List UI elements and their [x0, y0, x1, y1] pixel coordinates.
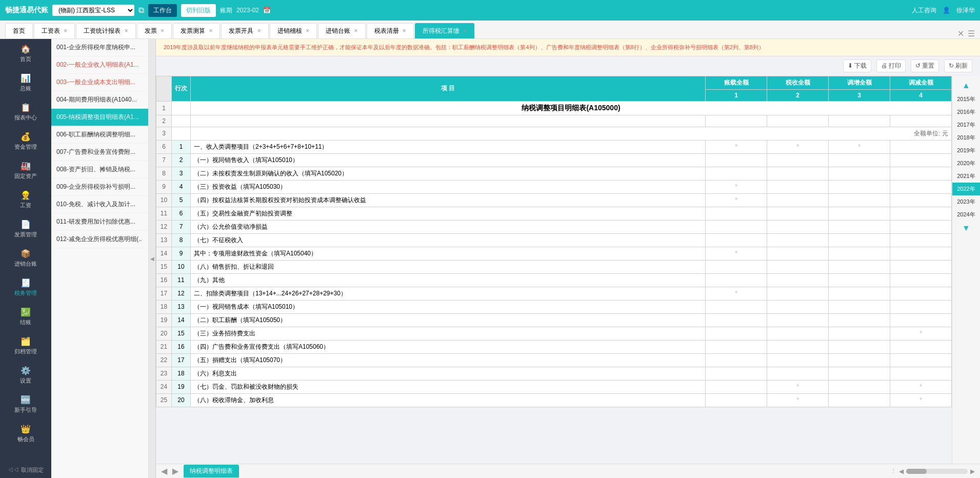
row-col2[interactable]	[767, 273, 829, 287]
row-col2[interactable]	[767, 180, 829, 193]
next-sheet-icon[interactable]: ▶	[172, 466, 178, 476]
download-button[interactable]: ⬇ 下载	[843, 59, 871, 72]
row-item[interactable]: （六）公允价值变动净损益	[191, 220, 706, 233]
row-col1[interactable]	[706, 353, 767, 367]
row-item[interactable]: 二、扣除类调整项目（13+14+...24+26+27+28+29+30）	[191, 287, 706, 300]
row-col1[interactable]	[706, 233, 767, 247]
left-panel-item-012[interactable]: 012-减免企业所得税优惠明细(..	[51, 231, 148, 248]
table-row[interactable]: 19 14 （二）职工薪酬（填写A105050）	[156, 313, 952, 327]
row-col3[interactable]	[829, 180, 890, 193]
sidebar-item-vip[interactable]: 👑 畅会员	[0, 419, 51, 448]
refresh-button[interactable]: ↻ 刷新	[944, 59, 972, 72]
row-col2[interactable]: *	[767, 380, 829, 393]
close-tab-income-tax[interactable]: ×	[463, 27, 467, 34]
table-row[interactable]: 6 1 一、收入类调整项目（2+3+4+5+6+7+8+10+11） * * *	[156, 140, 952, 153]
row-col4[interactable]	[890, 233, 952, 247]
left-panel-item-011[interactable]: 011-研发费用加计扣除优惠...	[51, 213, 148, 231]
left-panel-item-008[interactable]: 008-资产折旧、摊销及纳税...	[51, 161, 148, 178]
year-2023[interactable]: 2023年	[952, 195, 980, 208]
year-up-icon[interactable]: ▲	[959, 78, 973, 93]
row-item[interactable]: （三）业务招待费支出	[191, 327, 706, 340]
row-col3[interactable]	[829, 247, 890, 260]
sidebar-item-archive[interactable]: 🗂️ 归档管理	[0, 331, 51, 361]
year-2017[interactable]: 2017年	[952, 118, 980, 131]
sidebar-item-invoice-mgmt[interactable]: 📄 发票管理	[0, 214, 51, 244]
sidebar-item-close[interactable]: 💹 结账	[0, 302, 51, 331]
row-col3[interactable]	[829, 340, 890, 353]
row-col3[interactable]	[829, 313, 890, 327]
row-col2[interactable]	[767, 340, 829, 353]
row-item[interactable]: （七）不征税收入	[191, 233, 706, 247]
row-col2[interactable]: *	[767, 393, 829, 407]
row-col3[interactable]	[829, 327, 890, 340]
sidebar-item-report[interactable]: 📋 报表中心	[0, 97, 51, 127]
row-col2[interactable]	[767, 220, 829, 233]
tab-tax-list[interactable]: 税表清册 ×	[367, 23, 414, 38]
row-col2[interactable]	[767, 153, 829, 167]
sidebar-item-payroll[interactable]: 👷 工资	[0, 185, 51, 214]
row-col3[interactable]	[829, 273, 890, 287]
row-col1[interactable]	[706, 340, 767, 353]
close-tab-purchase-check[interactable]: ×	[306, 27, 309, 34]
row-col3[interactable]	[829, 220, 890, 233]
sidebar-item-fund[interactable]: 💰 资金管理	[0, 127, 51, 156]
row-col3[interactable]	[829, 260, 890, 273]
tab-income-tax[interactable]: 所得税汇算缴 ×	[415, 23, 474, 38]
row-col1[interactable]	[706, 273, 767, 287]
table-row[interactable]: 18 13 （一）视同销售成本（填写A105010）	[156, 300, 952, 313]
row-col3[interactable]	[829, 380, 890, 393]
row-col1[interactable]	[706, 220, 767, 233]
row-item[interactable]: 其中：专项用途财政性资金（填写A105040）	[191, 247, 706, 260]
table-row[interactable]: 14 9 其中：专项用途财政性资金（填写A105040） *	[156, 247, 952, 260]
tab-payroll[interactable]: 工资表 ×	[34, 23, 75, 38]
row-col3[interactable]	[829, 353, 890, 367]
row-col1[interactable]: *	[706, 140, 767, 153]
tab-invoice-calc[interactable]: 发票测算 ×	[173, 23, 220, 38]
left-panel-item-010[interactable]: 010-免税、减计收入及加计...	[51, 196, 148, 213]
left-panel-item-006[interactable]: 006-职工薪酬纳税调整明细...	[51, 126, 148, 144]
year-2020[interactable]: 2020年	[952, 157, 980, 170]
row-col2[interactable]	[767, 207, 829, 220]
row-col2[interactable]	[767, 167, 829, 180]
row-col1[interactable]	[706, 300, 767, 313]
sidebar-item-guide[interactable]: 🆕 新手引导	[0, 390, 51, 419]
row-col4[interactable]	[890, 220, 952, 233]
row-col2[interactable]	[767, 247, 829, 260]
year-2019[interactable]: 2019年	[952, 144, 980, 157]
row-item[interactable]: （一）视同销售收入（填写A105010）	[191, 153, 706, 167]
year-2015[interactable]: 2015年	[952, 93, 980, 106]
row-col3[interactable]	[829, 207, 890, 220]
left-panel-item-001[interactable]: 001-企业所得税年度纳税申...	[51, 39, 148, 56]
row-item[interactable]: （四）按权益法核算长期股权投资对初始投资成本调整确认收益	[191, 193, 706, 207]
sidebar-item-settings[interactable]: ⚙️ 设置	[0, 361, 51, 390]
table-row[interactable]: 9 4 （三）投资收益（填写A105030） *	[156, 180, 952, 193]
row-col2[interactable]	[767, 193, 829, 207]
left-panel-item-009[interactable]: 009-企业所得税弥补亏损明...	[51, 178, 148, 196]
row-col4[interactable]	[890, 193, 952, 207]
row-col2[interactable]	[767, 300, 829, 313]
table-row[interactable]: 11 6 （五）交易性金融资产初始投资调整	[156, 207, 952, 220]
close-tab-invoice-open[interactable]: ×	[257, 27, 261, 34]
sidebar-item-home[interactable]: 🏠 首页	[0, 39, 51, 68]
row-item[interactable]: 一、收入类调整项目（2+3+4+5+6+7+8+10+11）	[191, 140, 706, 153]
row-col2[interactable]	[767, 367, 829, 380]
year-2022[interactable]: 2022年	[952, 183, 980, 195]
sidebar-item-ledger[interactable]: 📊 总账	[0, 68, 51, 97]
print-button[interactable]: 🖨 打印	[876, 59, 906, 72]
user-avatar[interactable]: 👤	[943, 7, 950, 14]
table-row[interactable]: 15 10 （八）销售折扣、折让和退回	[156, 260, 952, 273]
back-button[interactable]: 切到旧版	[181, 4, 216, 17]
row-col3[interactable]	[829, 233, 890, 247]
tab-purchase-check[interactable]: 进销稽核 ×	[270, 23, 317, 38]
table-row[interactable]: 16 11 （九）其他	[156, 273, 952, 287]
table-row[interactable]: 24 19 （七）罚金、罚款和被没收财物的损失 * *	[156, 380, 952, 393]
sidebar-item-sales[interactable]: 📦 进销台账	[0, 244, 51, 273]
panel-collapse-handle[interactable]: ◀	[149, 39, 156, 478]
row-col3[interactable]	[829, 167, 890, 180]
row-col4[interactable]	[890, 140, 952, 153]
row-col4[interactable]: *	[890, 327, 952, 340]
left-panel-item-007[interactable]: 007-广告费和业务宣传费附...	[51, 144, 148, 161]
row-col3[interactable]	[829, 153, 890, 167]
table-row[interactable]: 13 8 （七）不征税收入	[156, 233, 952, 247]
table-row[interactable]: 20 15 （三）业务招待费支出 *	[156, 327, 952, 340]
